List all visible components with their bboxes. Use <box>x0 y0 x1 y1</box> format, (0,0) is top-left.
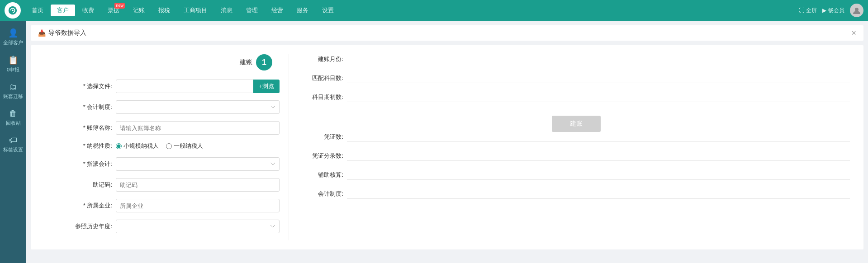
tag-settings-icon: 🏷 <box>9 136 17 145</box>
general-taxpayer-option[interactable]: 一般纳税人 <box>166 142 203 150</box>
build-button[interactable]: 建账 <box>552 116 601 132</box>
recycle-icon: 🗑 <box>9 109 17 118</box>
form-right: 建账月份: 匹配科目数: 科目期初数: 建账 凭证数: <box>289 54 850 240</box>
step-area: 建账 1 <box>44 54 280 70</box>
small-taxpayer-option[interactable]: 小规模纳税人 <box>116 142 159 150</box>
memo-code-label: 助记码: <box>71 181 112 189</box>
tax-nature-row: * 纳税性质: 小规模纳税人 一般纳税人 <box>71 142 280 150</box>
member-btn[interactable]: ▶ 畅会员 <box>822 7 844 14</box>
memo-code-input[interactable] <box>116 178 280 192</box>
top-nav: 首页 客户 收费 票据 new 记账 报税 工商项目 消息 管理 经营 服务 设… <box>0 0 868 21</box>
app-logo[interactable] <box>5 2 21 19</box>
form-container: 建账 1 * 选择文件: +浏览 * 会计制度: <box>31 45 863 249</box>
tax-nature-radio-group: 小规模纳税人 一般纳税人 <box>116 142 280 150</box>
assigned-accountant-row: * 指派会计: <box>71 157 280 171</box>
right-accounting-system-row: 会计制度: <box>303 189 850 199</box>
main-content: 📥 导爷数据导入 × 建账 1 * 选择文件: <box>26 21 868 263</box>
play-icon: ▶ <box>822 7 826 14</box>
step-label: 建账 <box>240 58 252 66</box>
file-input-group: +浏览 <box>116 80 280 93</box>
affiliated-company-input[interactable] <box>116 199 280 212</box>
nav-item-settings[interactable]: 设置 <box>316 5 340 16</box>
history-year-select[interactable] <box>116 220 280 233</box>
match-subject-label: 匹配科目数: <box>303 74 343 82</box>
import-icon: 📥 <box>38 29 46 37</box>
memo-code-row: 助记码: <box>71 178 280 192</box>
voucher-count-row: 凭证数: <box>303 132 850 142</box>
voucher-count-label: 凭证数: <box>303 133 343 141</box>
ledger-name-row: * 账簿名称: <box>71 121 280 135</box>
form-left: 建账 1 * 选择文件: +浏览 * 会计制度: <box>44 54 280 240</box>
right-accounting-system-label: 会计制度: <box>303 190 343 198</box>
match-subject-value <box>347 73 850 83</box>
auxiliary-row: 辅助核算: <box>303 170 850 180</box>
match-subject-row: 匹配科目数: <box>303 73 850 83</box>
step-circle: 1 <box>256 54 272 70</box>
ledger-name-input[interactable] <box>116 121 280 135</box>
all-clients-icon: 👤 <box>8 28 18 38</box>
sidebar: 👤 全部客户 📋 0申报 🗂 账套迁移 🗑 回收站 🏷 标签设置 <box>0 21 26 263</box>
voucher-entry-value <box>347 151 850 161</box>
build-month-label: 建账月份: <box>303 55 343 63</box>
build-btn-area: 建账 <box>303 116 850 132</box>
new-badge: new <box>114 3 125 9</box>
affiliated-company-row: * 所属企业: <box>71 199 280 212</box>
auxiliary-value <box>347 170 850 180</box>
fullscreen-btn[interactable]: ⛶ 全屏 <box>799 7 817 14</box>
history-year-row: 参照历史年度: <box>71 220 280 233</box>
build-month-value <box>347 54 850 64</box>
nav-items: 首页 客户 收费 票据 new 记账 报税 工商项目 消息 管理 经营 服务 设… <box>25 5 799 16</box>
nav-item-business[interactable]: 工商项目 <box>177 5 213 16</box>
layout: 👤 全部客户 📋 0申报 🗂 账套迁移 🗑 回收站 🏷 标签设置 📥 导爷数据导… <box>0 21 868 263</box>
accounting-system-row: * 会计制度: <box>71 100 280 114</box>
nav-item-bookkeeping[interactable]: 记账 <box>127 5 151 16</box>
subject-initial-row: 科目期初数: <box>303 92 850 102</box>
page-title: 导爷数据导入 <box>48 29 86 37</box>
affiliated-company-label: * 所属企业: <box>71 202 112 210</box>
ledger-name-label: * 账簿名称: <box>71 124 112 132</box>
subject-initial-label: 科目期初数: <box>303 93 343 101</box>
page-title-bar: 📥 导爷数据导入 × <box>31 25 863 41</box>
sidebar-item-migrate[interactable]: 🗂 账套迁移 <box>0 79 26 103</box>
small-taxpayer-radio[interactable] <box>116 143 122 149</box>
close-button[interactable]: × <box>851 29 856 37</box>
sidebar-item-all-clients[interactable]: 👤 全部客户 <box>0 24 26 50</box>
sidebar-item-zero-declare[interactable]: 📋 0申报 <box>0 52 26 77</box>
nav-item-message[interactable]: 消息 <box>214 5 239 16</box>
tax-nature-label: * 纳税性质: <box>71 142 112 150</box>
auxiliary-label: 辅助核算: <box>303 171 343 179</box>
voucher-entry-row: 凭证分录数: <box>303 151 850 161</box>
file-input[interactable] <box>116 80 253 93</box>
file-label: * 选择文件: <box>71 82 112 90</box>
assigned-accountant-label: * 指派会计: <box>71 160 112 168</box>
voucher-count-value <box>347 132 850 142</box>
migrate-icon: 🗂 <box>9 82 17 92</box>
history-year-label: 参照历史年度: <box>71 222 112 230</box>
sidebar-item-recycle[interactable]: 🗑 回收站 <box>0 105 26 130</box>
subject-initial-value <box>347 92 850 102</box>
nav-item-operation[interactable]: 经营 <box>265 5 289 16</box>
accounting-system-label: * 会计制度: <box>71 103 112 111</box>
nav-item-service[interactable]: 服务 <box>290 5 315 16</box>
accounting-system-select[interactable] <box>116 100 280 114</box>
nav-item-invoice[interactable]: 票据 new <box>101 5 126 16</box>
nav-item-client[interactable]: 客户 <box>51 5 75 16</box>
right-accounting-system-value <box>347 189 850 199</box>
nav-right: ⛶ 全屏 ▶ 畅会员 <box>799 4 863 17</box>
svg-point-1 <box>12 9 14 11</box>
svg-point-2 <box>855 8 859 11</box>
avatar[interactable] <box>850 4 863 17</box>
assigned-accountant-select[interactable] <box>116 157 280 171</box>
nav-item-tax[interactable]: 报税 <box>152 5 176 16</box>
nav-item-home[interactable]: 首页 <box>25 5 50 16</box>
sidebar-item-tag-settings[interactable]: 🏷 标签设置 <box>0 132 26 157</box>
build-month-row: 建账月份: <box>303 54 850 64</box>
nav-item-manage[interactable]: 管理 <box>240 5 264 16</box>
zero-declare-icon: 📋 <box>8 55 18 65</box>
general-taxpayer-radio[interactable] <box>166 143 172 149</box>
file-select-row: * 选择文件: +浏览 <box>71 80 280 93</box>
nav-item-charge[interactable]: 收费 <box>76 5 100 16</box>
browse-button[interactable]: +浏览 <box>253 80 280 93</box>
voucher-entry-label: 凭证分录数: <box>303 152 343 160</box>
fullscreen-icon: ⛶ <box>799 7 804 14</box>
